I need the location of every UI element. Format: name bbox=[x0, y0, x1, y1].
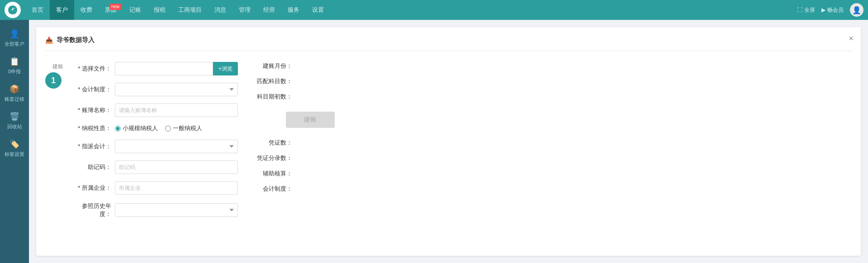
voucher-entry-row: 凭证分录数： bbox=[251, 154, 369, 162]
people-icon: 👤 bbox=[9, 29, 19, 39]
memo-row: 助记码： bbox=[75, 160, 238, 174]
month-label: 建账月份： bbox=[251, 62, 292, 70]
app-logo[interactable] bbox=[5, 2, 21, 18]
fullscreen-icon: ⛶ bbox=[797, 7, 802, 13]
nav-settings[interactable]: 设置 bbox=[306, 0, 330, 20]
nav-clients[interactable]: 客户 bbox=[50, 0, 74, 20]
sidebar-item-account-migration[interactable]: 📦 账套迁移 bbox=[0, 80, 29, 107]
aux-label: 辅助核算： bbox=[251, 169, 292, 178]
voucher-label: 凭证数： bbox=[251, 139, 292, 147]
build-btn-area: 建账 bbox=[251, 112, 369, 128]
history-label: 参照历史年度： bbox=[75, 202, 111, 218]
accountant-select[interactable] bbox=[115, 140, 238, 153]
close-button[interactable]: × bbox=[849, 34, 854, 42]
fullscreen-button[interactable]: ⛶ 全屏 bbox=[797, 6, 815, 14]
accounting-label: * 会计制度： bbox=[75, 85, 111, 94]
right-accounting-label: 会计制度： bbox=[251, 185, 292, 193]
panel-title: 导爷数据导入 bbox=[57, 36, 95, 44]
play-icon: ▶ bbox=[821, 7, 825, 13]
month-row: 建账月份： bbox=[251, 62, 369, 70]
right-accounting-row: 会计制度： bbox=[251, 185, 369, 193]
tax-row: * 纳税性质： 小规模纳税人 一般纳税人 bbox=[75, 124, 238, 132]
nav-home[interactable]: 首页 bbox=[25, 0, 50, 20]
company-row: * 所属企业： bbox=[75, 181, 238, 195]
accountant-label: * 指派会计： bbox=[75, 142, 111, 150]
ledger-row: * 账簿名称： bbox=[75, 103, 238, 117]
sidebar-item-all-clients[interactable]: 👤 全部客户 bbox=[0, 24, 29, 52]
new-badge: new bbox=[109, 4, 121, 10]
accounting-select[interactable] bbox=[115, 83, 238, 96]
import-panel: 📥 导爷数据导入 × 建账 1 bbox=[36, 27, 861, 256]
form-right: 建账月份： 匹配科目数： 科目期初数： 建账 bbox=[251, 62, 369, 218]
memo-input[interactable] bbox=[115, 160, 238, 174]
sidebar-item-tags[interactable]: 🏷️ 标签设置 bbox=[0, 135, 29, 162]
filing-icon: 📋 bbox=[9, 56, 19, 66]
nav-management[interactable]: 管理 bbox=[232, 0, 257, 20]
nav-bookkeeping[interactable]: 记账 bbox=[123, 0, 147, 20]
match-label: 匹配科目数： bbox=[251, 77, 292, 85]
top-navigation: 首页 客户 收费 票据 new 记账 报税 工商项目 消息 管理 经营 服务 设… bbox=[0, 0, 868, 20]
sidebar-item-zero-filing[interactable]: 📋 0申报 bbox=[0, 52, 29, 80]
avatar-icon: 👤 bbox=[852, 6, 861, 14]
accounting-row: * 会计制度： bbox=[75, 83, 238, 96]
form-fields: * 选择文件： +浏览 * 会计制度： bbox=[75, 62, 238, 218]
content-area: 📥 导爷数据导入 × 建账 1 bbox=[29, 20, 868, 263]
nav-operations[interactable]: 经营 bbox=[257, 0, 281, 20]
nav-right: ⛶ 全屏 ▶ 畅会员 👤 bbox=[797, 3, 863, 17]
nav-fees[interactable]: 收费 bbox=[74, 0, 99, 20]
match-row: 匹配科目数： bbox=[251, 77, 369, 85]
nav-business[interactable]: 工商项目 bbox=[172, 0, 208, 20]
nav-items: 首页 客户 收费 票据 new 记账 报税 工商项目 消息 管理 经营 服务 设… bbox=[25, 0, 797, 20]
file-input-wrap: +浏览 bbox=[115, 62, 238, 75]
migration-icon: 📦 bbox=[9, 84, 19, 94]
main-layout: 👤 全部客户 📋 0申报 📦 账套迁移 🗑️ 回收站 🏷️ 标签设置 📥 导爷数… bbox=[0, 20, 868, 263]
form-container: 建账 1 * 选择文件： +浏览 bbox=[45, 62, 852, 218]
nav-messages[interactable]: 消息 bbox=[208, 0, 232, 20]
voucher-entry-label: 凭证分录数： bbox=[251, 154, 292, 162]
tag-icon: 🏷️ bbox=[9, 139, 19, 149]
file-row: * 选择文件： +浏览 bbox=[75, 62, 238, 75]
general-taxpayer-option[interactable]: 一般纳税人 bbox=[165, 124, 202, 132]
general-taxpayer-radio[interactable] bbox=[165, 126, 171, 132]
ledger-label: * 账簿名称： bbox=[75, 106, 111, 114]
period-label: 科目期初数： bbox=[251, 93, 292, 101]
trash-icon: 🗑️ bbox=[9, 112, 19, 122]
company-label: * 所属企业： bbox=[75, 184, 111, 192]
small-taxpayer-radio[interactable] bbox=[115, 126, 121, 132]
company-input[interactable] bbox=[115, 181, 238, 195]
history-row: 参照历史年度： bbox=[75, 202, 238, 218]
file-input[interactable] bbox=[115, 62, 213, 75]
step-circle: 1 bbox=[45, 72, 62, 89]
form-left: 建账 1 * 选择文件： +浏览 bbox=[45, 62, 238, 218]
sidebar-item-recycle[interactable]: 🗑️ 回收站 bbox=[0, 107, 29, 135]
sidebar: 👤 全部客户 📋 0申报 📦 账套迁移 🗑️ 回收站 🏷️ 标签设置 bbox=[0, 20, 29, 263]
period-row: 科目期初数： bbox=[251, 93, 369, 101]
panel-header: 📥 导爷数据导入 bbox=[45, 36, 852, 51]
build-account-button[interactable]: 建账 bbox=[286, 112, 335, 128]
aux-row: 辅助核算： bbox=[251, 169, 369, 178]
nav-services[interactable]: 服务 bbox=[281, 0, 306, 20]
nav-tax[interactable]: 报税 bbox=[147, 0, 172, 20]
file-label: * 选择文件： bbox=[75, 65, 111, 73]
memo-label: 助记码： bbox=[75, 163, 111, 171]
history-select[interactable] bbox=[115, 203, 238, 217]
import-icon: 📥 bbox=[45, 37, 53, 44]
step-label: 建账 bbox=[52, 63, 63, 70]
ledger-input[interactable] bbox=[115, 103, 238, 117]
accountant-row: * 指派会计： bbox=[75, 140, 238, 153]
voucher-row: 凭证数： bbox=[251, 139, 369, 147]
tax-label: * 纳税性质： bbox=[75, 124, 111, 132]
user-avatar[interactable]: 👤 bbox=[850, 3, 863, 17]
browse-button[interactable]: +浏览 bbox=[213, 62, 238, 75]
small-taxpayer-option[interactable]: 小规模纳税人 bbox=[115, 124, 158, 132]
member-button[interactable]: ▶ 畅会员 bbox=[821, 6, 844, 14]
tax-radio-group: 小规模纳税人 一般纳税人 bbox=[115, 124, 202, 132]
nav-invoices[interactable]: 票据 new bbox=[99, 0, 123, 20]
